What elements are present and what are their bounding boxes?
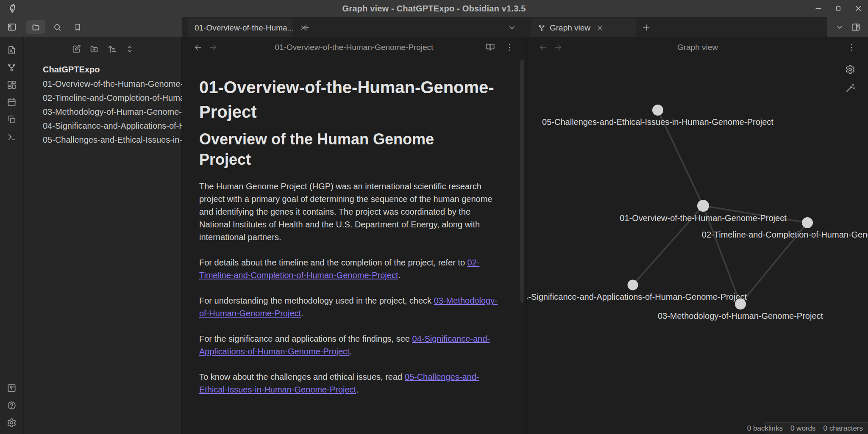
ribbon-templates-button[interactable] (4, 111, 20, 127)
paragraph-text: . (301, 309, 303, 318)
file-list-item[interactable]: 02-Timeline-and-Completion-of-Human... (24, 91, 181, 105)
file-explorer-actions (24, 37, 181, 59)
file-explorer-sidebar: ChatGPTExpo 01-Overview-of-the-Human-Gen… (24, 37, 182, 434)
paragraph-text: . (398, 271, 401, 280)
paragraph-text: . (356, 385, 359, 394)
file-list-item[interactable]: 01-Overview-of-the-Human-Genome-Pr... (24, 77, 181, 91)
layout-icon (7, 80, 17, 90)
graph-node-label-03: 03-Methodology-of-Human-Genome-Project (658, 311, 823, 321)
sidebar-tab-search[interactable] (49, 20, 66, 34)
doc-paragraphs: The Human Genome Project (HGP) was an in… (199, 180, 505, 396)
graph-canvas[interactable]: 05-Challenges-and-Ethical-Issues-in-Huma… (527, 57, 868, 434)
window-title: Graph view - ChatGPTExpo - Obsidian v1.3… (0, 4, 868, 14)
tab-graph-view[interactable]: Graph view (531, 18, 636, 37)
ribbon-open-vault-button[interactable] (4, 380, 20, 396)
doc-paragraph: For details about the timeline and the c… (199, 256, 498, 282)
folder-icon (31, 23, 40, 32)
left-frame-header (0, 17, 182, 37)
folder-title[interactable]: ChatGPTExpo (43, 64, 181, 75)
status-item: 0 words (790, 424, 816, 433)
note-document: 01-Overview-of-the-Human-Genome-Project … (182, 57, 526, 396)
calendar-icon (7, 97, 17, 107)
graph-settings-button[interactable] (843, 63, 857, 76)
doc-paragraph: The Human Genome Project (HGP) was an in… (199, 180, 498, 243)
sidebar-tab-files[interactable] (26, 20, 45, 34)
graph-header: Graph view (527, 37, 868, 57)
paragraph-text: . (350, 347, 352, 356)
bookmark-icon (73, 23, 82, 32)
obsidian-logo-icon (7, 3, 17, 14)
back-arrow-icon[interactable] (537, 41, 549, 54)
ribbon-help-button[interactable] (4, 397, 20, 413)
titlebar: Graph view - ChatGPTExpo - Obsidian v1.3… (0, 0, 868, 17)
graph-tab-list-chevron-icon[interactable] (832, 20, 847, 34)
help-icon (7, 401, 17, 410)
doc-paragraph: To know about the challenges and ethical… (199, 370, 498, 396)
tab-close-icon[interactable] (596, 24, 604, 31)
forward-arrow-icon[interactable] (207, 41, 220, 54)
editor-more-options-icon[interactable] (503, 41, 516, 54)
graph-tab-icon (538, 24, 545, 32)
editor-pane: 01-Overview-of-the-Human-Genome-Project … (182, 37, 526, 434)
graph-more-options-icon[interactable] (845, 41, 858, 54)
copy-icon (7, 115, 17, 124)
graph-node-01[interactable] (697, 200, 709, 212)
doc-paragraph: For the significance and applications of… (199, 332, 498, 358)
editor-header: 01-Overview-of-the-Human-Genome-Project (182, 37, 526, 57)
search-icon (53, 23, 62, 32)
ribbon-graph-view-button[interactable] (4, 59, 20, 75)
graph-node-04[interactable] (628, 280, 638, 290)
window-minimize-button[interactable] (808, 0, 828, 17)
reading-view-icon[interactable] (484, 41, 496, 54)
right-sidebar-toggle-button[interactable] (849, 20, 863, 34)
graph-node-05[interactable] (652, 105, 663, 116)
ribbon (0, 37, 24, 434)
editor-scrollbar-thumb[interactable] (520, 59, 524, 303)
paragraph-text: The Human Genome Project (HGP) was an in… (199, 182, 492, 242)
graph-node-label-04: 04-Significance-and-Applications-of-Huma… (527, 292, 747, 301)
file-list-item[interactable]: 04-Significance-and-Applications-of-Hu..… (24, 119, 181, 133)
new-note-button[interactable] (69, 42, 83, 56)
paragraph-text: For understanding the methodology used i… (199, 296, 434, 305)
vault-icon (7, 383, 17, 393)
ribbon-canvas-button[interactable] (4, 77, 20, 93)
sort-order-button[interactable] (105, 42, 119, 56)
new-folder-button[interactable] (87, 42, 101, 56)
graph-node-label-01: 01-Overview-of-the-Human-Genome-Project (620, 213, 787, 223)
doc-h1: 01-Overview-of-the-Human-Genome-Project (199, 75, 505, 124)
doc-h2: Overview of the Human Genome Project (199, 129, 475, 170)
tab-editor-note[interactable]: 01-Overview-of-the-Huma... (188, 18, 292, 37)
graph-pane: Graph view 05-Challenges-and-Ethical-Iss… (527, 37, 868, 434)
file-list-item[interactable]: 05-Challenges-and-Ethical-Issues-in-Hu..… (24, 133, 181, 147)
square-pen-icon (72, 44, 81, 54)
forward-arrow-icon[interactable] (552, 41, 565, 54)
graph-node-03[interactable] (735, 299, 746, 310)
new-tab-button[interactable] (299, 21, 313, 34)
editor-tab-list-chevron-icon[interactable] (505, 21, 519, 34)
ribbon-quick-switcher-button[interactable] (4, 42, 20, 58)
ribbon-top-group (4, 41, 20, 145)
ribbon-settings-button[interactable] (4, 415, 20, 431)
file-list-item[interactable]: 03-Methodology-of-Human-Genome-Pr... (24, 105, 181, 119)
status-bar: 0 backlinks0 words0 characters (764, 422, 868, 434)
sidebar-tab-bookmarks[interactable] (69, 20, 86, 34)
graph-effects-button[interactable] (843, 81, 857, 95)
file-list: 01-Overview-of-the-Human-Genome-Pr...02-… (24, 77, 181, 147)
paragraph-text: For the significance and applications of… (199, 334, 412, 343)
new-tab-button-right[interactable] (640, 21, 653, 34)
graph-controls (843, 63, 857, 95)
ribbon-daily-note-button[interactable] (4, 94, 20, 110)
window-close-button[interactable] (848, 0, 868, 17)
back-arrow-icon[interactable] (192, 41, 204, 54)
terminal-icon (7, 132, 17, 142)
left-sidebar-toggle-button[interactable] (5, 20, 19, 34)
status-item: 0 characters (823, 424, 863, 433)
window-maximize-button[interactable] (828, 0, 848, 17)
ribbon-command-palette-button[interactable] (4, 129, 20, 145)
ribbon-bottom-group (4, 379, 20, 431)
folder-plus-icon (89, 44, 99, 54)
tab-editor-title: 01-Overview-of-the-Huma... (195, 23, 294, 33)
collapse-all-button[interactable] (122, 42, 137, 56)
chevrons-up-down-icon (125, 44, 134, 54)
graph-node-02[interactable] (802, 217, 813, 228)
